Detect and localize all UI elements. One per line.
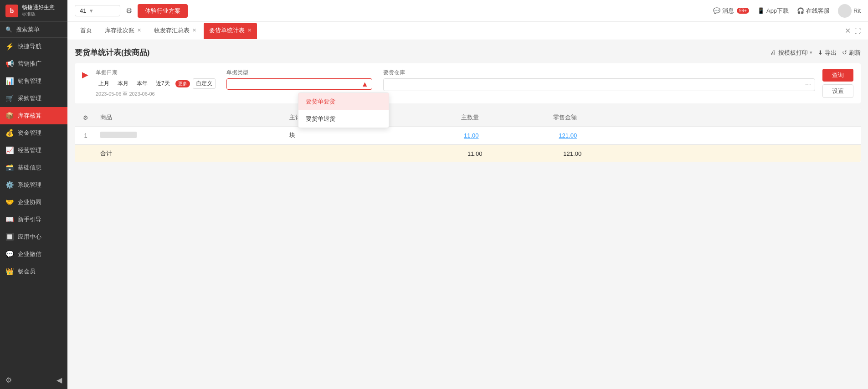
expand-icon[interactable]: ⛶	[854, 27, 861, 35]
td-amount-0[interactable]: 121.00	[483, 128, 581, 143]
sidebar-icon-quick-nav: ⚡	[5, 42, 14, 51]
td-no-0: 1	[75, 128, 97, 143]
service-label: 在线客服	[806, 7, 830, 15]
service-icon: 🎧	[797, 7, 804, 14]
sidebar-icon-inventory: 📦	[5, 112, 14, 120]
th-amount: 零售金额	[483, 109, 581, 126]
main-area: 41 ▾ ⚙ 体验行业方案 💬 消息 99+ 📱 App下载 🎧 在线客服	[67, 0, 868, 389]
sidebar-item-operation[interactable]: 📈经营管理	[0, 142, 67, 159]
trial-btn[interactable]: 体验行业方案	[138, 4, 188, 18]
th-rest	[580, 113, 861, 122]
sidebar-item-system[interactable]: ⚙️系统管理	[0, 176, 67, 194]
tab-label-home: 首页	[80, 26, 92, 35]
th-settings[interactable]: ⚙	[75, 110, 97, 126]
sidebar-icon-sales: 📊	[5, 77, 14, 85]
type-input-wrap: ▲	[226, 78, 372, 90]
setup-btn[interactable]: 设置	[822, 84, 853, 98]
tabs-bar-right: ✕⛶	[845, 26, 861, 35]
sidebar-icon-system: ⚙️	[5, 181, 14, 189]
refresh-label: 刷新	[849, 49, 861, 57]
search-menu[interactable]: 🔍 搜索菜单	[0, 22, 67, 38]
search-label: 搜索菜单	[16, 26, 40, 34]
app-logo: b 畅捷通好生意 标准版	[0, 0, 67, 22]
sidebar-item-purchase[interactable]: 🛒采购管理	[0, 90, 67, 107]
sidebar-label-quick-nav: 快捷导航	[18, 42, 41, 51]
app-download-action[interactable]: 📱 App下载	[757, 7, 789, 15]
sidebar-item-enterprise[interactable]: 🤝企业协同	[0, 194, 67, 211]
page-header: 要货单统计表(按商品) 🖨 按模板打印 ▾ ⬇ 导出 ↺ 刷新	[75, 47, 861, 58]
sidebar-item-finance[interactable]: 💰资金管理	[0, 124, 67, 142]
sidebar-item-inventory[interactable]: 📦库存核算	[0, 107, 67, 124]
export-btn[interactable]: ⬇ 导出	[818, 49, 837, 57]
sidebar-label-purchase: 采购管理	[18, 94, 41, 102]
dropdown-item-order-goods[interactable]: 要货单要货	[298, 93, 389, 110]
date-prev-month[interactable]: 上月	[96, 79, 112, 88]
company-selector[interactable]: 41 ▾	[75, 5, 120, 16]
date-filter-group: 单据日期 上月 本月 本年 近7天 更多 自定义 2023-05-06 至 20…	[96, 69, 216, 97]
sidebar-item-sales[interactable]: 📊销售管理	[0, 72, 67, 90]
type-input[interactable]	[226, 78, 372, 90]
sidebar-label-appstore: 应用中心	[18, 233, 41, 241]
type-filter-label: 单据类型	[226, 69, 372, 77]
type-dropdown: 要货单要货 要货单退货	[298, 92, 389, 128]
date-last7days[interactable]: 近7天	[153, 79, 173, 88]
close-all-icon[interactable]: ✕	[845, 26, 851, 35]
td-unit-0: 块	[286, 127, 384, 144]
print-arrow: ▾	[810, 50, 812, 56]
sidebar-label-operation: 经营管理	[18, 146, 41, 154]
online-service-action[interactable]: 🎧 在线客服	[797, 7, 830, 15]
tf-amount: 121.00	[486, 146, 586, 162]
user-avatar	[838, 4, 852, 18]
sidebar-item-wechat[interactable]: 💬企业微信	[0, 246, 67, 263]
date-range-text: 2023-05-06 至 2023-06-06	[96, 91, 216, 97]
td-qty-0[interactable]: 11.00	[384, 128, 483, 143]
collapse-icon[interactable]: ◀	[56, 376, 62, 384]
sidebar-nav: ⚡快捷导航📢营销推广📊销售管理🛒采购管理📦库存核算💰资金管理📈经营管理🗃️基础信…	[0, 38, 67, 371]
tab-close-batch[interactable]: ✕	[137, 27, 141, 33]
tab-order-stats[interactable]: 要货单统计表✕	[204, 23, 257, 39]
warehouse-input[interactable]	[387, 82, 805, 88]
date-curr-year[interactable]: 本年	[134, 79, 150, 88]
sidebar-item-marketing[interactable]: 📢营销推广	[0, 55, 67, 72]
tf-no	[75, 149, 97, 158]
sidebar-item-guide[interactable]: 📖新手引导	[0, 211, 67, 228]
print-btn[interactable]: 🖨 按模板打印 ▾	[770, 49, 812, 57]
settings-icon[interactable]: ⚙	[5, 376, 12, 384]
th-product: 商品	[97, 109, 286, 126]
tf-qty: 11.00	[387, 146, 486, 162]
date-more-badge[interactable]: 更多	[175, 80, 190, 87]
tab-close-order-stats[interactable]: ✕	[247, 27, 252, 33]
sidebar-item-appstore[interactable]: 🔲应用中心	[0, 228, 67, 246]
tab-home[interactable]: 首页	[75, 23, 98, 39]
msg-action[interactable]: 💬 消息 99+	[713, 7, 749, 15]
page-actions: 🖨 按模板打印 ▾ ⬇ 导出 ↺ 刷新	[770, 49, 861, 57]
tab-label-order-stats: 要货单统计表	[209, 26, 245, 35]
filter-dates: 上月 本月 本年 近7天 更多 自定义	[96, 78, 216, 89]
app-icon: 📱	[757, 7, 765, 14]
query-btn[interactable]: 查询	[822, 69, 853, 82]
tabs-bar: 首页库存批次账✕收发存汇总表✕要货单统计表✕✕⛶	[67, 22, 868, 40]
warehouse-dots-icon[interactable]: ···	[805, 81, 811, 89]
tab-close-summary[interactable]: ✕	[192, 27, 196, 33]
sidebar-icon-appstore: 🔲	[5, 233, 14, 241]
tab-batch[interactable]: 库存批次账✕	[99, 23, 147, 39]
date-curr-month[interactable]: 本月	[115, 79, 131, 88]
type-dropdown-arrow[interactable]: ▲	[361, 80, 369, 88]
sidebar-item-base[interactable]: 🗃️基础信息	[0, 159, 67, 176]
user-profile[interactable]: Rit	[838, 4, 861, 18]
refresh-btn[interactable]: ↺ 刷新	[842, 49, 861, 57]
filter-panel: ▶ 单据日期 上月 本月 本年 近7天 更多 自定义 2023-05-06 至 …	[75, 63, 861, 103]
sidebar-item-member[interactable]: 👑畅会员	[0, 263, 67, 280]
sidebar-item-quick-nav[interactable]: ⚡快捷导航	[0, 38, 67, 55]
sidebar-label-enterprise: 企业协同	[18, 198, 41, 206]
date-custom[interactable]: 自定义	[193, 78, 216, 89]
warehouse-input-wrap: ···	[383, 78, 815, 91]
tab-summary[interactable]: 收发存汇总表✕	[149, 23, 202, 39]
table-body: 1 块 11.00 121.00	[75, 127, 861, 144]
filter-expand-btn[interactable]: ▶	[82, 70, 88, 80]
search-icon: 🔍	[5, 26, 12, 33]
sidebar-icon-purchase: 🛒	[5, 94, 14, 102]
dropdown-item-order-return[interactable]: 要货单退货	[298, 110, 389, 128]
export-label: 导出	[825, 49, 837, 57]
topbar-gear-icon[interactable]: ⚙	[126, 6, 132, 15]
